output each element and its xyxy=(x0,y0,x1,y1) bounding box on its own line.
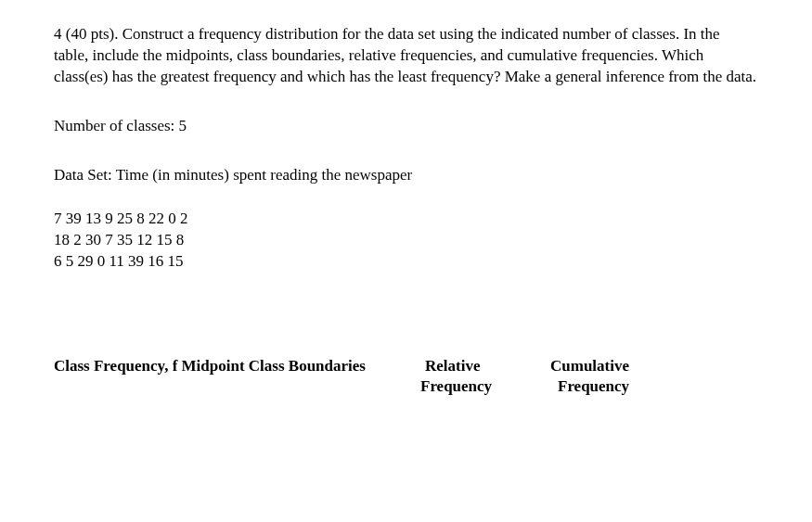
table-header-block: Class Frequency, f Midpoint Class Bounda… xyxy=(54,356,758,399)
number-of-classes: Number of classes: 5 xyxy=(54,116,758,137)
question-prompt: 4 (40 pts). Construct a frequency distri… xyxy=(54,24,758,88)
header-spacer xyxy=(54,376,420,398)
header-relative-frequency: Frequency xyxy=(420,376,550,398)
dataset-label: Data Set: Time (in minutes) spent readin… xyxy=(54,165,758,186)
header-cumulative-frequency: Frequency xyxy=(550,376,680,398)
data-row: 18 2 30 7 35 12 15 8 xyxy=(54,230,758,251)
header-class-frequency-midpoint-boundaries: Class Frequency, f Midpoint Class Bounda… xyxy=(54,356,425,377)
data-values: 7 39 13 9 25 8 22 0 2 18 2 30 7 35 12 15… xyxy=(54,209,758,273)
data-row: 6 5 29 0 11 39 16 15 xyxy=(54,251,758,273)
data-row: 7 39 13 9 25 8 22 0 2 xyxy=(54,209,758,230)
header-cumulative: Cumulative xyxy=(550,356,680,377)
header-relative: Relative xyxy=(425,356,550,377)
